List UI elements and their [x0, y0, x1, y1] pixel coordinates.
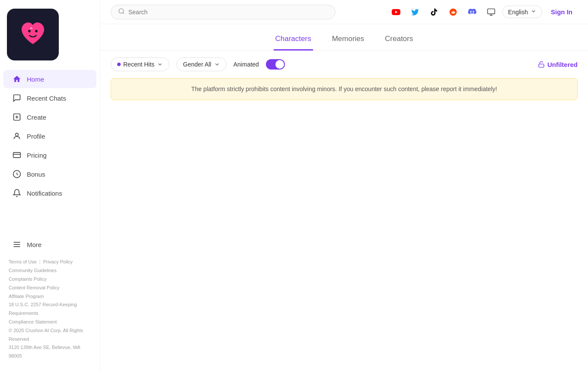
chevron-down-icon	[530, 8, 537, 16]
sidebar-navigation: Home Recent Chats Create Profile Pricing	[0, 66, 100, 235]
unfiltered-badge[interactable]: Unfiltered	[538, 61, 578, 68]
animated-toggle[interactable]	[266, 59, 285, 70]
sidebar-item-create[interactable]: Create	[3, 108, 96, 126]
chevron-down-icon	[214, 61, 220, 67]
sidebar-recent-chats-label: Recent Chats	[27, 95, 66, 102]
copyright-text: © 2025 Crushon AI Corp. All Rights Reser…	[9, 327, 91, 344]
warning-text: The platform strictly prohibits content …	[191, 86, 497, 92]
twitter-icon[interactable]	[407, 4, 423, 20]
affiliate-link[interactable]: Affiliate Program	[9, 294, 44, 299]
filter-bar: Recent Hits Gender All Animated Unfilter…	[100, 51, 588, 78]
language-selector[interactable]: English	[502, 6, 542, 18]
warning-banner: The platform strictly prohibits content …	[111, 78, 578, 100]
pricing-icon	[12, 150, 22, 160]
toggle-thumb	[275, 60, 284, 69]
bonus-icon	[12, 169, 22, 179]
tab-memories[interactable]: Memories	[330, 31, 366, 51]
complaints-link[interactable]: Complaints Policy	[9, 276, 46, 282]
animated-label: Animated	[233, 61, 259, 68]
svg-rect-6	[13, 152, 21, 158]
sidebar-item-recent-chats[interactable]: Recent Chats	[3, 89, 96, 107]
sidebar-item-pricing[interactable]: Pricing	[3, 146, 96, 164]
svg-point-5	[16, 133, 19, 136]
content-removal-link[interactable]: Content Removal Policy	[9, 285, 59, 290]
usc-text: 18 U.S.C. 2257 Record-Keeping Requiremen…	[9, 301, 91, 318]
svg-point-0	[28, 30, 31, 32]
discord-icon[interactable]	[464, 4, 480, 20]
app-logo[interactable]	[7, 9, 59, 60]
sidebar-more-button[interactable]: More	[3, 235, 96, 254]
tiktok-icon[interactable]	[426, 4, 442, 20]
topbar: English Sign In	[100, 0, 588, 24]
sidebar-notifications-label: Notifications	[27, 190, 62, 197]
sidebar-item-home[interactable]: Home	[3, 70, 96, 88]
svg-rect-15	[488, 9, 495, 14]
reddit-icon[interactable]	[445, 4, 461, 20]
content-area: Characters Memories Creators Recent Hits…	[100, 24, 588, 371]
tab-creators[interactable]: Creators	[383, 31, 415, 51]
create-icon	[12, 112, 22, 122]
tab-characters[interactable]: Characters	[274, 31, 313, 51]
bell-icon	[12, 188, 22, 198]
logo-icon	[17, 19, 48, 50]
topbar-icons: English Sign In	[388, 4, 578, 20]
profile-icon	[12, 131, 22, 141]
sidebar-profile-label: Profile	[27, 133, 45, 140]
svg-point-1	[35, 30, 38, 32]
privacy-link[interactable]: Privacy Policy	[43, 258, 73, 266]
tabs: Characters Memories Creators	[100, 24, 588, 51]
sidebar-home-label: Home	[27, 76, 44, 83]
youtube-icon[interactable]	[388, 4, 404, 20]
sidebar-item-bonus[interactable]: Bonus	[3, 165, 96, 183]
sidebar-create-label: Create	[27, 114, 46, 121]
more-label: More	[27, 241, 42, 248]
address-text: 3120 139th Ave SE, Bellevue, WA 98005	[9, 343, 91, 361]
sidebar-pricing-label: Pricing	[27, 152, 47, 159]
gender-filter[interactable]: Gender All	[176, 57, 226, 71]
search-icon	[118, 8, 125, 16]
recent-hits-filter[interactable]: Recent Hits	[111, 57, 169, 71]
filter-dot-icon	[117, 63, 121, 66]
search-box[interactable]	[111, 5, 336, 19]
gender-label: Gender All	[183, 61, 211, 68]
recent-hits-label: Recent Hits	[123, 61, 154, 68]
sidebar-item-profile[interactable]: Profile	[3, 127, 96, 145]
monitor-icon[interactable]	[483, 4, 499, 20]
unfiltered-label: Unfiltered	[547, 61, 578, 68]
svg-rect-18	[539, 64, 544, 67]
compliance-text: Compliance Statement	[9, 318, 91, 327]
community-link[interactable]: Community Guidelines	[9, 268, 57, 273]
home-icon	[12, 74, 22, 84]
sign-in-button[interactable]: Sign In	[546, 6, 578, 18]
terms-link[interactable]: Terms of Use	[9, 258, 37, 266]
main-content: English Sign In Characters Memories Crea…	[100, 0, 588, 371]
lang-label: English	[508, 9, 528, 16]
svg-point-12	[119, 9, 124, 13]
chevron-down-icon	[157, 61, 163, 67]
sidebar: Home Recent Chats Create Profile Pricing	[0, 0, 100, 371]
chat-icon	[12, 93, 22, 103]
lock-open-icon	[538, 61, 545, 68]
sidebar-footer: Terms of Use | Privacy Policy Community …	[0, 254, 100, 364]
svg-line-13	[123, 13, 124, 14]
sidebar-bonus-label: Bonus	[27, 171, 45, 178]
sidebar-item-notifications[interactable]: Notifications	[3, 184, 96, 202]
more-icon	[12, 240, 22, 249]
search-input[interactable]	[128, 9, 328, 16]
